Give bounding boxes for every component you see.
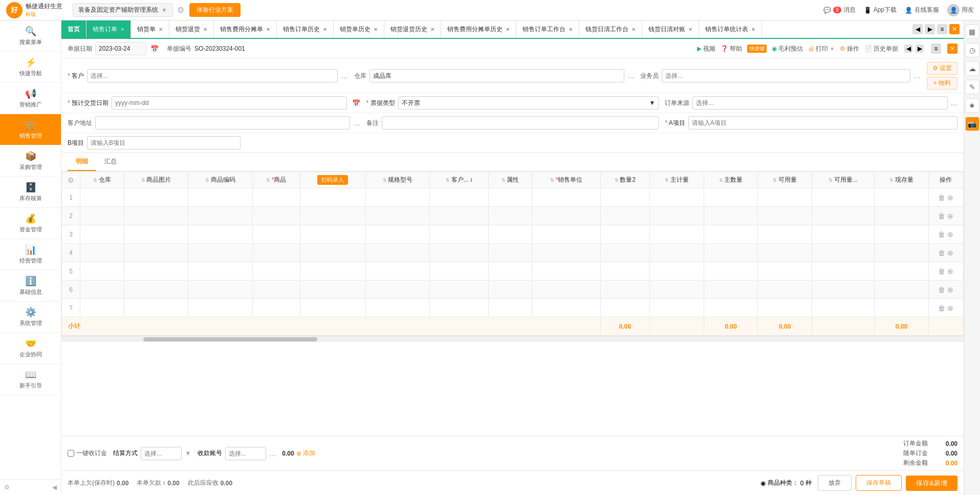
history-next-btn[interactable]: ▶ xyxy=(916,45,924,53)
close-tab-icon[interactable]: ✕ xyxy=(631,27,636,32)
date-value[interactable]: 2023-03-24 xyxy=(95,42,146,55)
th-settings[interactable]: ⚙ xyxy=(62,172,80,188)
sidebar-settings-icon[interactable]: ⚙ xyxy=(4,484,10,491)
close-tab-icon[interactable]: ✕ xyxy=(569,27,573,32)
tab-sales-order[interactable]: 销售订单 ✕ xyxy=(86,20,131,38)
sidebar-item-finance[interactable]: 💰 资金管理 xyxy=(0,208,61,239)
rp-icon-4[interactable]: ✎ xyxy=(965,80,979,94)
order-source-input[interactable] xyxy=(692,96,947,110)
tab-invoice-history[interactable]: 销货单历史 ✕ xyxy=(334,20,384,38)
sidebar-collapse-icon[interactable]: ◀ xyxy=(52,484,57,491)
row-copy-icon[interactable]: ⊕ xyxy=(947,304,953,312)
row-delete-icon[interactable]: 🗑 xyxy=(938,304,945,312)
rp-icon-2[interactable]: ◷ xyxy=(965,43,979,57)
row-delete-icon[interactable]: 🗑 xyxy=(938,249,945,257)
sidebar-item-enterprise[interactable]: 🤝 企业协同 xyxy=(0,333,61,364)
tab-daily-clear[interactable]: 钱货日清工作台 ✕ xyxy=(579,20,642,38)
list-view-btn[interactable]: ≡ xyxy=(931,44,941,54)
sidebar-item-nav[interactable]: ⚡ 快捷导航 xyxy=(0,52,61,83)
tab-sales-invoice[interactable]: 销货单 ✕ xyxy=(131,20,169,38)
settle-method-input[interactable] xyxy=(141,447,182,460)
sidebar-item-system[interactable]: ⚙️ 系统管理 xyxy=(0,302,61,333)
row-copy-icon[interactable]: ⊕ xyxy=(947,230,953,239)
close-tab-icon[interactable]: ✕ xyxy=(266,27,270,32)
tab-returns[interactable]: 销货退货 ✕ xyxy=(169,20,214,38)
quick-settle-label[interactable]: 一键收订金 xyxy=(68,449,107,458)
project-a-input[interactable] xyxy=(688,116,957,130)
tab-order-history[interactable]: 销售订单历史 ✕ xyxy=(277,20,334,38)
close-tab-icon[interactable]: ✕ xyxy=(688,27,692,32)
sidebar-item-marketing[interactable]: 📢 营销推广 xyxy=(0,83,61,114)
tab-fee-split[interactable]: 销售费用分摊单 ✕ xyxy=(214,20,277,38)
tab-prev-btn[interactable]: ◀ xyxy=(912,24,923,34)
tab-return-history[interactable]: 销货退货历史 ✕ xyxy=(384,20,441,38)
settings-icon[interactable]: ⚙ xyxy=(177,5,184,15)
profit-btn[interactable]: ◉ 毛利预估 xyxy=(772,45,803,53)
close-doc-btn[interactable]: ✕ xyxy=(947,44,957,54)
table-settings-icon[interactable]: ⚙ xyxy=(68,176,74,184)
invoice-type-select[interactable]: 不开票 ▼ xyxy=(398,96,659,110)
row-delete-icon[interactable]: 🗑 xyxy=(938,286,945,294)
close-tab-icon[interactable]: ✕ xyxy=(323,27,327,32)
scroll-bar-area[interactable] xyxy=(61,336,964,342)
close-tab-icon[interactable]: ✕ xyxy=(120,27,124,32)
online-service-btn[interactable]: 👤 在线客服 xyxy=(905,6,939,14)
remarks-input[interactable] xyxy=(382,116,659,130)
row-delete-icon[interactable]: 🗑 xyxy=(938,267,945,275)
project-b-input[interactable] xyxy=(87,136,241,149)
customer-input[interactable] xyxy=(87,69,338,82)
row-copy-icon[interactable]: ⊕ xyxy=(947,286,953,294)
salesperson-ellipsis-btn[interactable]: ... xyxy=(913,71,920,80)
scan-btn[interactable]: 扫码录入 xyxy=(317,175,348,185)
row-delete-icon[interactable]: 🗑 xyxy=(938,193,945,202)
warehouse-ellipsis-btn[interactable]: ... xyxy=(627,71,634,80)
row-delete-icon[interactable]: 🗑 xyxy=(938,212,945,220)
sidebar-item-guide[interactable]: 📖 新手引导 xyxy=(0,364,61,395)
tab-stats[interactable]: 销售订单统计表 ✕ xyxy=(699,20,762,38)
rp-icon-3[interactable]: ☁ xyxy=(965,61,979,76)
help-btn[interactable]: ❓ 帮助 xyxy=(721,45,742,53)
industry-btn[interactable]: 体验行业方案 xyxy=(189,3,241,17)
tab-summary[interactable]: 汇总 xyxy=(96,153,125,171)
sidebar-item-sales[interactable]: 🛒 销售管理 xyxy=(0,114,61,145)
quick-settle-checkbox[interactable] xyxy=(68,450,74,457)
delivery-calendar-icon[interactable]: 📅 xyxy=(352,99,360,107)
customer-ellipsis-btn[interactable]: ... xyxy=(341,71,347,80)
add-btn[interactable]: ⊕ 添加 xyxy=(296,449,315,458)
calendar-icon[interactable]: 📅 xyxy=(150,45,159,53)
video-btn[interactable]: ▶ 视频 xyxy=(697,45,715,53)
row-copy-icon[interactable]: ⊕ xyxy=(947,249,953,257)
discard-btn[interactable]: 放弃 xyxy=(818,475,852,491)
app-download-btn[interactable]: 📱 App下载 xyxy=(864,6,897,14)
close-tab-icon[interactable]: ✕ xyxy=(751,27,755,32)
tab-menu-btn[interactable]: ≡ xyxy=(937,24,947,34)
th-scan[interactable]: 扫码录入 xyxy=(300,172,365,188)
rp-icon-6[interactable]: 📷 xyxy=(965,117,979,131)
sidebar-item-inventory[interactable]: 🗄️ 库存核算 xyxy=(0,177,61,208)
close-tab-icon[interactable]: ✕ xyxy=(430,27,434,32)
add-goods-btn[interactable]: + 物料 xyxy=(927,77,957,90)
history-docs-btn[interactable]: 📄 历史单据 xyxy=(864,45,898,53)
row-copy-icon[interactable]: ⊕ xyxy=(947,267,953,275)
row-delete-icon[interactable]: 🗑 xyxy=(938,230,945,239)
tab-reconcile[interactable]: 钱货日清对账 ✕ xyxy=(642,20,699,38)
tab-fee-history[interactable]: 销售费用分摊单历史 ✕ xyxy=(441,20,516,38)
message-btn[interactable]: 💬 9 消息 xyxy=(823,6,856,14)
address-ellipsis-btn[interactable]: ... xyxy=(353,118,360,127)
account-input[interactable] xyxy=(225,447,266,460)
tab-workbench[interactable]: 销售订单工作台 ✕ xyxy=(516,20,579,38)
tab-next-btn[interactable]: ▶ xyxy=(925,24,935,34)
close-tab-icon[interactable]: ✕ xyxy=(374,27,378,32)
customer-address-input[interactable] xyxy=(95,116,350,130)
print-btn[interactable]: 🖨 打印 ▼ xyxy=(808,45,835,53)
settle-dropdown-icon[interactable]: ▼ xyxy=(185,449,191,457)
row-copy-icon[interactable]: ⊕ xyxy=(947,193,953,202)
shortcut-btn[interactable]: 快捷键 xyxy=(747,45,767,53)
save-new-btn[interactable]: 保存&新增 xyxy=(906,476,957,491)
account-ellipsis-btn[interactable]: ... xyxy=(269,449,276,458)
close-tab-icon[interactable]: ✕ xyxy=(203,27,207,32)
sidebar-item-purchase[interactable]: 📦 采购管理 xyxy=(0,145,61,177)
save-draft-btn[interactable]: 保存草稿 xyxy=(856,475,902,491)
tab-detail[interactable]: 明细 xyxy=(68,153,96,171)
history-prev-btn[interactable]: ◀ xyxy=(904,45,912,53)
